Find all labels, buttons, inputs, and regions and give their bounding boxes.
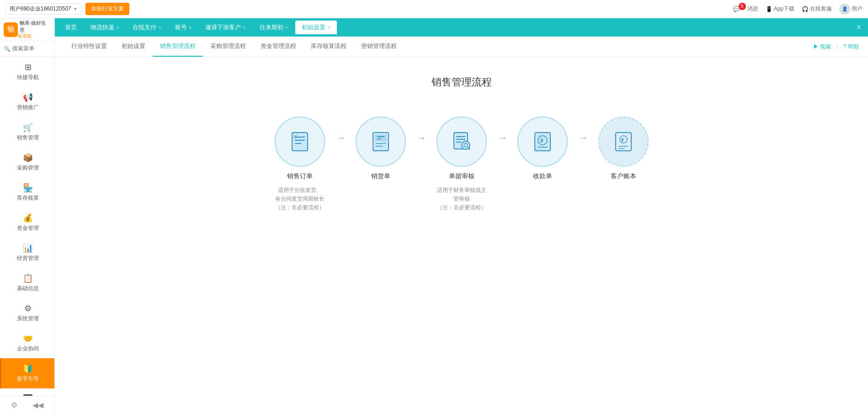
sidebar-item-operations[interactable]: 📊 经营管理 <box>0 238 54 268</box>
flow-circle-sales-invoice[interactable] <box>356 117 406 167</box>
sales-order-icon <box>288 130 311 153</box>
sidebar: 畅 畅库·做好生意 标准版 🔍 搜索菜单 ⊞ 快捷导航 📢 营销推广 🛒 销售管… <box>0 18 55 414</box>
nav-tab-close-icon[interactable]: × <box>243 25 245 30</box>
sidebar-item-enterprise[interactable]: 🤝 企业协同 <box>0 328 54 358</box>
flow-label-sales-order: 销售订单 <box>287 172 313 180</box>
sub-tab-industry[interactable]: 行业特性设置 <box>64 37 114 57</box>
sub-tab-purchase-flow[interactable]: 采购管理流程 <box>203 37 253 57</box>
flow-circle-doc-review[interactable] <box>437 117 487 167</box>
sidebar-item-system[interactable]: ⚙ 系统管理 <box>0 298 54 328</box>
sidebar-item-label: 经营管理 <box>17 255 39 262</box>
sidebar-item-inventory[interactable]: 🏪 库存核算 <box>0 177 54 207</box>
nav-tab-close-icon[interactable]: × <box>116 25 119 30</box>
purchase-icon: 📦 <box>23 153 33 163</box>
sub-tab-sales-flow[interactable]: 销售管理流程 <box>153 37 203 57</box>
sidebar-search[interactable]: 🔍 搜索菜单 <box>0 41 54 57</box>
nav-tab-close-icon[interactable]: × <box>158 25 161 30</box>
nav-tab-online-pay[interactable]: 在线支付 × <box>126 21 167 34</box>
app-download-item[interactable]: 📱 App下载 <box>766 5 794 13</box>
sidebar-item-finance[interactable]: 💰 资金管理 <box>0 207 54 238</box>
svg-rect-4 <box>293 135 297 138</box>
sidebar-item-label: 资金管理 <box>17 224 39 232</box>
flow-item-doc-review: 单据审核 适用于财务审核或主管审核（注：非必要流程） <box>425 117 498 212</box>
user-select[interactable]: 用户690企业1660120507 ▼ <box>5 3 82 15</box>
sidebar-item-label: 销售管理 <box>17 134 39 142</box>
sub-tab-inventory-flow[interactable]: 库存核算流程 <box>304 37 354 57</box>
sidebar-item-basic-info[interactable]: 📋 基础信息 <box>0 268 54 298</box>
nav-tab-init-settings[interactable]: 初始设置 × <box>295 21 336 34</box>
arrow-icon: → <box>498 133 506 143</box>
sidebar-item-quick-nav[interactable]: ⊞ 快捷导航 <box>0 57 54 87</box>
nav-tab-close-icon[interactable]: × <box>327 25 330 30</box>
operations-icon: 📊 <box>23 243 33 253</box>
flow-desc-sales-order: 适用于分批发货、有合同发货周期较长（注：非必要流程） <box>275 186 325 212</box>
message-item[interactable]: 💬 6 消息 <box>733 5 758 13</box>
nav-tab-home[interactable]: 首页 <box>59 21 83 34</box>
video-action[interactable]: ▶ 视频 <box>813 43 831 51</box>
marketing-icon: 📢 <box>23 92 33 102</box>
sidebar-nav: ⊞ 快捷导航 📢 营销推广 🛒 销售管理 📦 采购管理 🏪 库存核算 💰 <box>0 57 54 396</box>
arrow-icon: → <box>579 133 587 143</box>
doc-review-icon <box>450 130 473 153</box>
flow-diagram: 销售订单 适用于分批发货、有合同发货周期较长（注：非必要流程） → <box>64 117 859 212</box>
flow-arrow-1: → <box>336 117 344 143</box>
app-icon: 📱 <box>766 6 772 12</box>
enterprise-icon: 🤝 <box>23 334 33 344</box>
flow-item-sales-invoice: 销货单 <box>344 117 417 186</box>
flow-label-customer-account: 客户账本 <box>611 172 636 180</box>
app-label: App下载 <box>774 5 794 13</box>
sidebar-item-marketing[interactable]: 📢 营销推广 <box>0 87 54 117</box>
flow-circle-receipt[interactable]: ¥ <box>517 117 568 167</box>
sidebar-item-label: 新手引导 <box>17 375 39 383</box>
flow-label-receipt: 收款单 <box>533 172 552 180</box>
user-label: 用户690企业1660120507 <box>10 5 71 13</box>
sub-tab-finance-flow[interactable]: 资金管理流程 <box>253 37 304 57</box>
nav-tab-label: 首页 <box>65 23 77 32</box>
sidebar-item-label: 库存核算 <box>17 194 39 202</box>
page-content: 销售管理流程 销售订单 适用于分批发货、有合同 <box>55 57 868 414</box>
main-wrapper: 畅 畅库·做好生意 标准版 🔍 搜索菜单 ⊞ 快捷导航 📢 营销推广 🛒 销售管… <box>0 18 868 414</box>
svg-text:¥: ¥ <box>621 137 624 143</box>
service-label: 在线客服 <box>810 5 832 13</box>
trial-button[interactable]: 体验行业方案 <box>85 3 129 15</box>
top-bar-left: 用户690企业1660120507 ▼ 体验行业方案 <box>5 3 129 15</box>
page-title: 销售管理流程 <box>64 75 859 89</box>
service-item[interactable]: 🎧 在线客服 <box>802 5 832 13</box>
top-bar: 用户690企业1660120507 ▼ 体验行业方案 💬 6 消息 📱 App下… <box>0 0 868 18</box>
logo-text-block: 畅库·做好生意 标准版 <box>18 20 51 39</box>
flow-circle-customer-account[interactable]: ¥ <box>598 117 649 167</box>
flow-arrow-3: → <box>498 117 506 143</box>
new-guide-icon: 🔰 <box>23 364 33 374</box>
settings-footer-icon[interactable]: ⚙ <box>11 401 17 409</box>
user-avatar-item[interactable]: 👤 用户 <box>839 4 863 15</box>
customer-account-icon: ¥ <box>612 130 635 153</box>
sub-tab-init[interactable]: 初始设置 <box>114 37 153 57</box>
sidebar-item-app-center[interactable]: 🔲 应用中心 <box>0 388 54 396</box>
nav-tab-invite[interactable]: 邀请下游客户 × <box>199 21 252 34</box>
nav-tab-close-icon[interactable]: × <box>285 25 288 30</box>
close-all-tabs-button[interactable]: X <box>853 22 864 32</box>
logo-icon: 畅 <box>4 22 18 37</box>
nav-tab-period-init[interactable]: 往来期初 × <box>253 21 294 34</box>
receipt-icon: ¥ <box>531 130 554 153</box>
finance-icon: 💰 <box>23 213 33 223</box>
top-bar-right: 💬 6 消息 📱 App下载 🎧 在线客服 👤 用户 <box>733 4 863 15</box>
collapse-sidebar-icon[interactable]: ◀◀ <box>32 401 43 409</box>
play-icon: ▶ <box>813 43 819 50</box>
flow-circle-sales-order[interactable] <box>275 117 325 167</box>
help-action[interactable]: ? 帮助 <box>843 43 859 51</box>
sidebar-item-purchase[interactable]: 📦 采购管理 <box>0 147 54 177</box>
nav-tab-account[interactable]: 账号 × <box>169 21 198 34</box>
sidebar-logo: 畅 畅库·做好生意 标准版 <box>0 18 54 41</box>
nav-tab-close-icon[interactable]: × <box>189 25 192 30</box>
flow-label-doc-review: 单据审核 <box>449 172 474 180</box>
nav-tab-logistics[interactable]: 物流快递 × <box>84 21 125 34</box>
svg-rect-6 <box>375 135 387 141</box>
sidebar-item-sales[interactable]: 🛒 销售管理 <box>0 117 54 147</box>
sub-tab-marketing-flow[interactable]: 营销管理流程 <box>354 37 404 57</box>
avatar: 👤 <box>839 4 850 15</box>
logo-sub-text: 标准版 <box>18 33 51 39</box>
svg-text:¥: ¥ <box>540 138 543 144</box>
quick-nav-icon: ⊞ <box>25 62 32 72</box>
sidebar-item-new-guide[interactable]: 🔰 新手引导 <box>0 358 54 388</box>
